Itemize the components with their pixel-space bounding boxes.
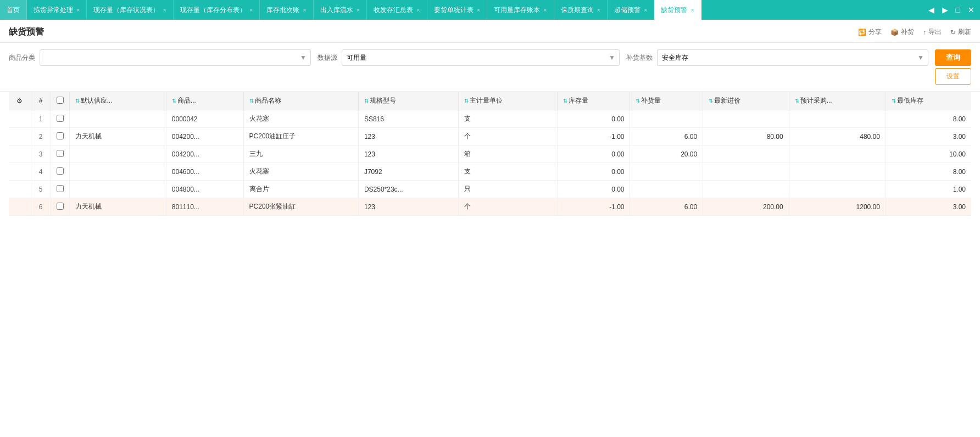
- column-stock[interactable]: ⇅库存量: [557, 92, 630, 110]
- replenish-base-dropdown-icon: ▼: [917, 54, 924, 61]
- cell-gear: [9, 128, 31, 145]
- column-unit[interactable]: ⇅主计量单位: [458, 92, 557, 110]
- replenish-button[interactable]: 📦 补货: [890, 27, 914, 37]
- tab-close-available-ledger[interactable]: ×: [543, 7, 547, 13]
- row-checkbox[interactable]: [57, 167, 64, 175]
- tab-close-expiry[interactable]: ×: [597, 7, 600, 13]
- cell-code: 801110...: [166, 198, 243, 216]
- cell-latest-price: [703, 163, 789, 181]
- main-content: 缺货预警 🔁 分享 📦 补货 ↑ 导出 ↻ 刷新 商品分类: [0, 20, 980, 437]
- cell-replenish: [630, 181, 703, 198]
- share-icon: 🔁: [858, 29, 866, 36]
- tab-close-picking[interactable]: ×: [76, 7, 80, 13]
- tab-shortage[interactable]: 缺货预警 ×: [654, 0, 701, 20]
- datasource-input[interactable]: [342, 49, 620, 66]
- cell-replenish: 6.00: [630, 198, 703, 216]
- tab-close-requisition[interactable]: ×: [477, 7, 480, 13]
- select-all-checkbox[interactable]: [57, 97, 64, 104]
- cell-supplier: [69, 110, 166, 128]
- datasource-filter-label: 数据源: [318, 53, 337, 63]
- cell-spec: SS816: [358, 110, 458, 128]
- table-wrapper: ⚙ # ⇅默认供应... ⇅商品... ⇅商品名称 ⇅规格型号 ⇅主计量单位 ⇅…: [0, 92, 980, 216]
- tab-available-ledger[interactable]: 可用量库存账本 ×: [487, 0, 554, 20]
- category-input[interactable]: [40, 49, 311, 66]
- tab-close-overstock[interactable]: ×: [644, 7, 647, 13]
- cell-code: 004800...: [166, 181, 243, 198]
- table-row: 3 004200... 三九 123 箱 0.00 20.00 10.00: [9, 145, 971, 163]
- tab-scroll-right[interactable]: ▶: [939, 3, 951, 16]
- tab-close-inventory-dist[interactable]: ×: [249, 7, 253, 13]
- filter-bar: 商品分类 ▼ 数据源 ▼ 补货基数 ▼ 查询 设置: [0, 43, 980, 92]
- row-checkbox[interactable]: [57, 150, 64, 157]
- tab-inventory-dist[interactable]: 现存量（库存分布表） ×: [174, 0, 260, 20]
- replenish-base-input[interactable]: [657, 49, 928, 66]
- cell-estimated: [789, 145, 886, 163]
- column-replenish[interactable]: ⇅补货量: [630, 92, 703, 110]
- cell-checkbox[interactable]: [51, 145, 69, 163]
- row-checkbox[interactable]: [57, 185, 64, 192]
- cell-min-stock: 3.00: [886, 128, 971, 145]
- cell-spec: 123: [358, 145, 458, 163]
- tab-flow[interactable]: 出入库流水 ×: [314, 0, 367, 20]
- refresh-icon: ↻: [950, 29, 956, 36]
- column-latest-price[interactable]: ⇅最新进价: [703, 92, 789, 110]
- column-spec[interactable]: ⇅规格型号: [358, 92, 458, 110]
- cell-checkbox[interactable]: [51, 163, 69, 181]
- export-button[interactable]: ↑ 导出: [923, 27, 942, 37]
- query-button[interactable]: 查询: [935, 49, 971, 66]
- cell-code: 0000042: [166, 110, 243, 128]
- share-button[interactable]: 🔁 分享: [858, 27, 882, 37]
- cell-unit: 支: [458, 163, 557, 181]
- replenish-icon: 📦: [890, 29, 899, 36]
- tab-close-batch-ledger[interactable]: ×: [303, 7, 306, 13]
- tab-scroll-left[interactable]: ◀: [925, 3, 938, 16]
- table-row: 2 力天机械 004200... PC200油缸庄子 123 个 -1.00 6…: [9, 128, 971, 145]
- cell-replenish: 6.00: [630, 128, 703, 145]
- cell-unit: 支: [458, 110, 557, 128]
- cell-estimated: [789, 163, 886, 181]
- tab-requisition[interactable]: 要货单统计表 ×: [427, 0, 487, 20]
- column-estimated[interactable]: ⇅预计采购...: [789, 92, 886, 110]
- page-title: 缺货预警: [9, 26, 44, 38]
- tab-close-shortage[interactable]: ×: [691, 7, 694, 13]
- tab-close-inventory-status[interactable]: ×: [163, 7, 166, 13]
- refresh-button[interactable]: ↻ 刷新: [950, 27, 971, 37]
- column-min-stock[interactable]: ⇅最低库存: [886, 92, 971, 110]
- tab-summary[interactable]: 收发存汇总表 ×: [367, 0, 427, 20]
- cell-stock: 0.00: [557, 110, 630, 128]
- category-filter-group: 商品分类 ▼: [9, 49, 311, 66]
- cell-checkbox[interactable]: [51, 128, 69, 145]
- tab-inventory-status[interactable]: 现存量（库存状况表） ×: [87, 0, 173, 20]
- tab-close-flow[interactable]: ×: [357, 7, 360, 13]
- cell-unit: 只: [458, 181, 557, 198]
- tab-close-summary[interactable]: ×: [416, 7, 420, 13]
- cell-checkbox[interactable]: [51, 181, 69, 198]
- tab-expiry[interactable]: 保质期查询 ×: [554, 0, 608, 20]
- tab-picking[interactable]: 拣货异常处理 ×: [27, 0, 87, 20]
- export-icon: ↑: [923, 29, 926, 36]
- tab-close-all[interactable]: ✕: [965, 3, 978, 16]
- cell-spec: 123: [358, 128, 458, 145]
- cell-estimated: 1200.00: [789, 198, 886, 216]
- row-checkbox[interactable]: [57, 115, 64, 122]
- tab-home[interactable]: 首页: [0, 0, 27, 20]
- cell-spec: J7092: [358, 163, 458, 181]
- cell-code: 004600...: [166, 163, 243, 181]
- settings-button[interactable]: 设置: [935, 68, 971, 85]
- cell-checkbox[interactable]: [51, 198, 69, 216]
- tab-overstock[interactable]: 超储预警 ×: [608, 0, 654, 20]
- cell-estimated: [789, 110, 886, 128]
- cell-checkbox[interactable]: [51, 110, 69, 128]
- column-code[interactable]: ⇅商品...: [166, 92, 243, 110]
- cell-replenish: [630, 163, 703, 181]
- cell-min-stock: 10.00: [886, 145, 971, 163]
- cell-supplier: [69, 181, 166, 198]
- row-checkbox[interactable]: [57, 203, 64, 210]
- tab-batch-ledger[interactable]: 库存批次账 ×: [260, 0, 313, 20]
- column-supplier[interactable]: ⇅默认供应...: [69, 92, 166, 110]
- column-gear[interactable]: ⚙: [9, 92, 31, 110]
- row-checkbox[interactable]: [57, 132, 64, 139]
- cell-latest-price: [703, 181, 789, 198]
- column-name[interactable]: ⇅商品名称: [243, 92, 358, 110]
- tab-restore[interactable]: □: [953, 3, 964, 16]
